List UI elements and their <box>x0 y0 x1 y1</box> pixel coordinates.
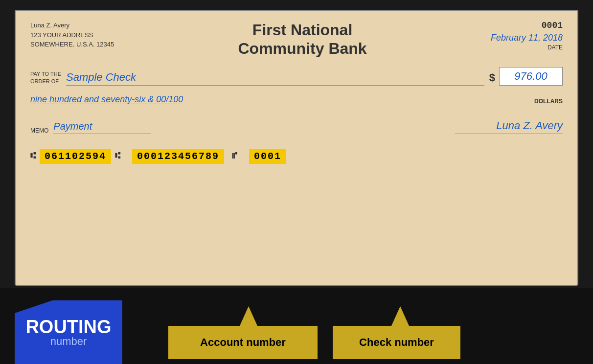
account-number-badge: Account number <box>168 326 318 359</box>
pay-to-label: PAY TO THE ORDER OF <box>30 70 61 86</box>
check-number-label: Check number <box>359 336 434 349</box>
dollar-sign: $ <box>489 71 495 86</box>
bottom-legend: ROUTING number Account number Check numb… <box>0 288 593 364</box>
payer-info: Luna Z. Avery 123 YOUR ADDRESS SOMEWHERE… <box>30 21 114 49</box>
date-value: February 11, 2018 <box>491 33 563 43</box>
memo-section: MEMO Payment <box>30 121 151 134</box>
payee-name: Sample Check <box>66 71 136 83</box>
amount-wrapper: $ 976.00 <box>489 67 563 86</box>
payee-line: Sample Check <box>66 71 484 86</box>
date-row: February 11, 2018 <box>491 33 563 43</box>
payer-address1: 123 YOUR ADDRESS <box>30 30 114 40</box>
check-body: Luna Z. Avery 123 YOUR ADDRESS SOMEWHERE… <box>15 10 578 286</box>
routing-badge: ROUTING number <box>15 300 122 364</box>
pay-to-row: PAY TO THE ORDER OF Sample Check $ 976.0… <box>30 67 563 86</box>
account-arrow-icon <box>240 306 257 326</box>
routing-label-small: number <box>50 336 87 347</box>
memo-line: Payment <box>53 121 151 134</box>
top-right: 0001 February 11, 2018 DATE <box>491 21 563 51</box>
bank-name: First National Community Bank <box>124 21 481 58</box>
micr-close-transit: ⑆ <box>115 151 120 161</box>
signature-section: Luna Z. Avery <box>455 119 563 134</box>
check-top-row: Luna Z. Avery 123 YOUR ADDRESS SOMEWHERE… <box>30 21 563 58</box>
memo-label: MEMO <box>30 127 48 134</box>
date-label: DATE <box>547 44 563 51</box>
check-number-top: 0001 <box>491 21 563 30</box>
micr-open-transit: ⑆ <box>30 151 36 161</box>
check-number-badge: Check number <box>333 326 460 359</box>
signature-value: Luna Z. Avery <box>496 119 563 132</box>
micr-row: ⑆ 061102594 ⑆ 000123456789 ⑈ 0001 <box>30 149 563 164</box>
routing-label-big: ROUTING <box>25 318 111 336</box>
written-amount: nine hundred and seventy-six & 00/100 <box>30 94 183 105</box>
payer-name: Luna Z. Avery <box>30 21 114 30</box>
memo-signature-row: MEMO Payment Luna Z. Avery <box>30 119 563 134</box>
payer-address2: SOMEWHERE. U.S.A. 12345 <box>30 40 114 49</box>
written-amount-row: nine hundred and seventy-six & 00/100 DO… <box>30 94 563 105</box>
micr-routing: 061102594 <box>40 149 111 164</box>
amount-box: 976.00 <box>499 67 563 86</box>
bank-info: First National Community Bank <box>124 21 481 58</box>
micr-account: 000123456789 <box>132 149 224 164</box>
micr-separator: ⑈ <box>232 151 237 161</box>
micr-check-num: 0001 <box>249 149 286 164</box>
memo-value: Payment <box>53 121 92 132</box>
check-arrow-icon <box>391 306 409 326</box>
dollars-label: DOLLARS <box>534 98 563 105</box>
account-number-label: Account number <box>200 336 286 349</box>
